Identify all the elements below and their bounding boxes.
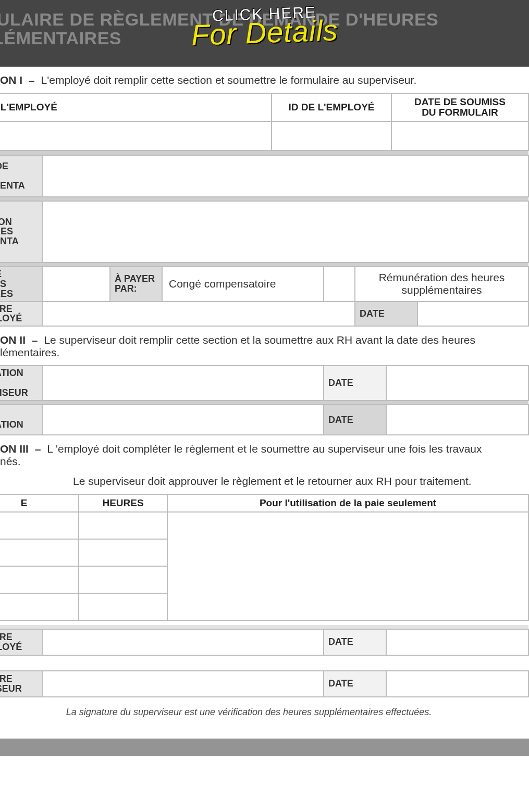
section2-table: ROBATION VERVISEUR DATE ROBATION DATE bbox=[0, 365, 529, 435]
input-explanation[interactable] bbox=[42, 201, 528, 263]
input-date3a[interactable] bbox=[386, 629, 528, 655]
label-date3b: DATE bbox=[324, 671, 386, 697]
label-sig-emp: NATURE 'EMPLOYÉ bbox=[0, 302, 42, 327]
section1-label: ON I bbox=[0, 74, 22, 86]
col-emp-id: ID DE L'EMPLOYÉ bbox=[272, 93, 391, 121]
input-emp-id[interactable] bbox=[272, 121, 391, 151]
label-date2b: DATE bbox=[324, 405, 386, 435]
label-sig-sup3: NATURE ERVISEUR bbox=[0, 671, 42, 697]
section1-body-table: E(S) DE RES PLÉMENTA ICATION HEURES LÉME… bbox=[0, 151, 529, 327]
section3-desc2: nés. bbox=[0, 455, 21, 467]
section1-desc: L'employé doit remplir cette section et … bbox=[41, 74, 417, 86]
s3-hours-4[interactable] bbox=[79, 593, 167, 620]
page-title: RMULAIRE DE RÈGLEMENT DE DEMANDE D'HEURE… bbox=[0, 10, 529, 47]
section3-desc3: Le superviseur doit approuver le règleme… bbox=[73, 475, 529, 488]
col-emp-name: M DE L'EMPLOYÉ bbox=[0, 93, 272, 121]
label-date2a: DATE bbox=[324, 366, 386, 401]
input-submit-date[interactable] bbox=[391, 121, 528, 151]
section3-label: ON III bbox=[0, 443, 29, 455]
label-dates-ot: E(S) DE RES PLÉMENTA bbox=[0, 155, 42, 197]
dash-icon: – bbox=[32, 334, 38, 346]
label-pay-by: À PAYER PAR: bbox=[110, 267, 162, 302]
bottom-bar bbox=[0, 739, 529, 756]
input-approb1[interactable] bbox=[42, 366, 324, 401]
s3-date-4[interactable] bbox=[0, 593, 79, 620]
input-approb2[interactable] bbox=[42, 405, 324, 435]
input-hours-req[interactable] bbox=[42, 267, 110, 302]
input-date2a[interactable] bbox=[386, 366, 528, 401]
footnote: La signature du superviseur est une véri… bbox=[0, 697, 529, 739]
s3-hours-1[interactable] bbox=[79, 512, 167, 539]
label-hours-req: MBRE EURES ANDÉES bbox=[0, 267, 42, 302]
label-sig-emp3: NATURE 'EMPLOYÉ bbox=[0, 629, 42, 655]
section2-label: ON II bbox=[0, 334, 26, 346]
section2-desc2: lémentaires. bbox=[0, 346, 59, 358]
section3-table: E HEURES Pour l'utilisation de la paie s… bbox=[0, 494, 529, 621]
dash-icon: – bbox=[29, 74, 35, 86]
input-date-s1[interactable] bbox=[417, 302, 528, 327]
input-emp-name[interactable] bbox=[0, 121, 272, 151]
label-approb2: ROBATION bbox=[0, 405, 42, 435]
header-bar: RMULAIRE DE RÈGLEMENT DE DEMANDE D'HEURE… bbox=[0, 0, 529, 67]
input-sig-emp3[interactable] bbox=[42, 629, 324, 655]
label-explanation: ICATION HEURES LÉMENTA bbox=[0, 201, 42, 263]
section3-desc1: L 'employé doit compléter le règlement e… bbox=[47, 443, 482, 455]
spacer-cell bbox=[324, 267, 355, 302]
input-date2b[interactable] bbox=[386, 405, 528, 435]
title-line1: RMULAIRE DE RÈGLEMENT DE DEMANDE D'HEURE… bbox=[0, 9, 438, 29]
input-dates-ot[interactable] bbox=[42, 155, 528, 197]
th-hours: HEURES bbox=[79, 494, 167, 512]
section2-heading: ON II – Le superviseur doit remplir cett… bbox=[0, 327, 529, 365]
option-ot-pay[interactable]: Rémunération des heures supplémentaires bbox=[355, 267, 528, 302]
s3-date-3[interactable] bbox=[0, 566, 79, 593]
input-date3b[interactable] bbox=[386, 671, 528, 697]
option-comp-leave[interactable]: Congé compensatoire bbox=[162, 267, 324, 302]
s3-hours-2[interactable] bbox=[79, 539, 167, 566]
label-date-s1: DATE bbox=[355, 302, 417, 327]
label-date3a: DATE bbox=[324, 629, 386, 655]
th-payroll: Pour l'utilisation de la paie seulement bbox=[167, 494, 528, 512]
dash-icon: – bbox=[35, 443, 41, 455]
section1-head-table: M DE L'EMPLOYÉ ID DE L'EMPLOYÉ DATE DE S… bbox=[0, 93, 529, 151]
section2-desc1: Le superviseur doit remplir cette sectio… bbox=[44, 334, 475, 346]
s3-payroll[interactable] bbox=[167, 512, 528, 620]
s3-hours-3[interactable] bbox=[79, 566, 167, 593]
s3-date-2[interactable] bbox=[0, 539, 79, 566]
input-sig-emp[interactable] bbox=[42, 302, 355, 327]
title-line2: PPLÉMENTAIRES bbox=[0, 28, 121, 48]
label-approb1: ROBATION VERVISEUR bbox=[0, 366, 42, 401]
section3-heading: ON III – L 'employé doit compléter le rè… bbox=[0, 435, 529, 494]
section3-sign-table: NATURE 'EMPLOYÉ DATE NATURE ERVISEUR DAT… bbox=[0, 625, 529, 697]
col-submit-date: DATE DE SOUMISS DU FORMULAIR bbox=[391, 93, 528, 121]
section1-heading: ON I – L'employé doit remplir cette sect… bbox=[0, 67, 529, 93]
th-date: E bbox=[0, 494, 79, 512]
s3-date-1[interactable] bbox=[0, 512, 79, 539]
input-sig-sup3[interactable] bbox=[42, 671, 324, 697]
